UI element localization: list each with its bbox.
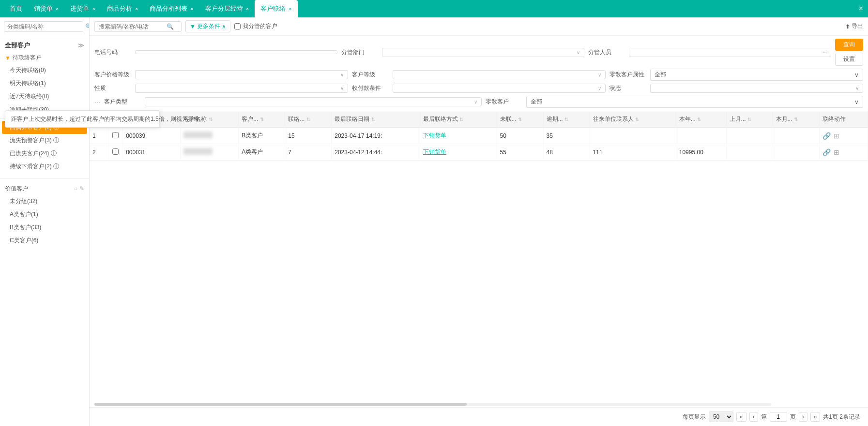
row2-link-icon[interactable]: 🔗 — [822, 148, 831, 156]
nav-close-purchase[interactable]: × — [92, 0, 95, 17]
settings-button[interactable]: 设置 — [835, 53, 863, 66]
lost-info-icon[interactable]: ⓘ — [51, 150, 57, 157]
sort-name-icon[interactable]: ⇅ — [209, 117, 213, 122]
scroll-thumb[interactable] — [94, 403, 467, 406]
status-select[interactable]: ∨ — [650, 84, 863, 93]
row1-grid-icon[interactable]: ⊞ — [834, 132, 839, 140]
per-page-select[interactable]: 50 100 200 — [709, 411, 733, 422]
more-conditions-btn[interactable]: ▼ 更多条件 ∧ — [185, 20, 230, 32]
first-page-btn[interactable]: « — [736, 412, 746, 422]
gender-select[interactable]: ∨ — [135, 84, 348, 93]
sidebar-search-area: 🔍 — [0, 17, 89, 36]
sort-person-icon[interactable]: ⇅ — [635, 117, 639, 122]
horizontal-scrollbar[interactable] — [90, 401, 868, 407]
sort-type-icon[interactable]: ⇅ — [260, 117, 264, 122]
sort-contact-icon[interactable]: ⇅ — [306, 117, 310, 122]
nav-close-sales[interactable]: × — [56, 0, 59, 17]
prev-page-btn[interactable]: ‹ — [749, 412, 758, 422]
sort-overdue-icon[interactable]: ⇅ — [564, 117, 568, 122]
declining-info-icon[interactable]: ⓘ — [53, 163, 59, 170]
sidebar-item-ungroup[interactable]: 未分组(32) — [0, 195, 89, 208]
filter-search-input[interactable] — [99, 23, 167, 30]
sort-last-month-icon[interactable]: ⇅ — [747, 117, 751, 122]
row1-checkbox[interactable] — [112, 132, 119, 138]
customer-type-arrow: ∨ — [474, 99, 477, 104]
customer-level-select[interactable]: ∨ — [393, 70, 606, 79]
sidebar-item-class-c[interactable]: C类客户(6) — [0, 234, 89, 247]
sidebar-item-lost-pre[interactable]: 流失预警客户(3) ⓘ — [0, 134, 89, 147]
refresh-icon[interactable]: ○ — [74, 185, 77, 192]
branch-person-select[interactable]: ··· — [629, 48, 831, 57]
filter-search-icon[interactable]: 🔍 — [167, 23, 174, 30]
more-dots[interactable]: ··· — [94, 98, 100, 106]
th-contact-count[interactable]: 联络... ⇅ — [285, 111, 332, 128]
sort-year-icon[interactable]: ⇅ — [697, 117, 701, 122]
sort-date-icon[interactable]: ⇅ — [371, 117, 375, 122]
sidebar-item-class-a[interactable]: A类客户(1) — [0, 208, 89, 221]
nav-item-purchase[interactable]: 进货单 × — [64, 0, 101, 17]
sidebar-item-lost[interactable]: 已流失客户(24) ⓘ — [0, 147, 89, 160]
sidebar-search-icon[interactable]: 🔍 — [85, 23, 90, 30]
sort-this-month-icon[interactable]: ⇅ — [794, 117, 798, 122]
edit-icon[interactable]: ✎ — [79, 185, 84, 192]
export-button[interactable]: ⬆ 导出 — [845, 22, 863, 30]
sidebar-pending-group[interactable]: ▼ 待联络客户 — [0, 52, 89, 64]
row2-checkbox[interactable] — [112, 148, 119, 155]
th-last-date[interactable]: 最后联络日期 ⇅ — [332, 111, 420, 128]
sidebar-item-today[interactable]: 今天待联络(0) — [0, 64, 89, 77]
nav-item-customer-ops[interactable]: 客户分层经营 × — [199, 0, 255, 17]
sort-uncontacted-icon[interactable]: ⇅ — [518, 117, 522, 122]
sidebar-item-declining[interactable]: 持续下滑客户(2) ⓘ — [0, 160, 89, 173]
sort-way-icon[interactable]: ⇅ — [459, 117, 463, 122]
th-this-year[interactable]: 本年... ⇅ — [676, 111, 726, 128]
sidebar-value-header[interactable]: 价值客户 ○ ✎ — [0, 183, 89, 195]
scroll-track[interactable] — [94, 403, 771, 406]
sidebar-item-class-b[interactable]: B类客户(33) — [0, 221, 89, 234]
window-close-button[interactable]: × — [859, 4, 863, 13]
nav-item-product-analysis[interactable]: 商品分析 × — [101, 0, 144, 17]
sidebar-search-input[interactable] — [4, 21, 83, 32]
all-customers-label: 全部客户 — [5, 41, 30, 50]
query-button[interactable]: 查询 — [835, 39, 863, 51]
sidebar-item-tomorrow[interactable]: 明天待联络(1) — [0, 77, 89, 90]
row1-last-way-link[interactable]: 下销货单 — [423, 132, 446, 139]
row1-last-way[interactable]: 下销货单 — [420, 128, 497, 144]
sidebar-all-customers[interactable]: 全部客户 ≫ — [0, 39, 89, 52]
sidebar-item-7days[interactable]: 近7天待联络(0) — [0, 90, 89, 103]
th-overdue[interactable]: 逾期... ⇅ — [543, 111, 590, 128]
collapse-icon[interactable]: ≫ — [78, 42, 84, 49]
nav-label-sales: 销货单 — [34, 0, 53, 17]
price-level-select[interactable]: ∨ — [135, 70, 348, 79]
retail-attr-select[interactable]: 全部 ∨ — [650, 69, 863, 81]
row2-last-way-link[interactable]: 下销货单 — [423, 148, 446, 155]
phone-input[interactable] — [135, 50, 337, 54]
branch-dept-select[interactable]: ∨ — [382, 48, 584, 57]
row1-link-icon[interactable]: 🔗 — [822, 132, 831, 140]
th-this-month[interactable]: 本月... ⇅ — [773, 111, 819, 128]
retail-customer-select[interactable]: 全部 ∨ — [526, 96, 863, 108]
nav-item-customer-contact[interactable]: 客户联络 × — [255, 0, 297, 17]
th-customer-type[interactable]: 客户... ⇅ — [239, 111, 285, 128]
my-customers-checkbox[interactable] — [234, 23, 241, 29]
my-customers-label: 我分管的客户 — [243, 22, 277, 30]
row1-contact-person — [590, 128, 676, 144]
next-page-btn[interactable]: › — [799, 412, 807, 422]
nav-close-product-analysis[interactable]: × — [135, 0, 138, 17]
nav-item-home[interactable]: 首页 — [4, 0, 28, 17]
page-number-input[interactable] — [770, 412, 787, 422]
last-page-btn[interactable]: » — [810, 412, 821, 422]
lost-pre-info-icon[interactable]: ⓘ — [53, 137, 59, 144]
th-contact-person[interactable]: 往来单位联系人 ⇅ — [590, 111, 676, 128]
nav-item-product-list[interactable]: 商品分析列表 × — [144, 0, 199, 17]
th-last-month[interactable]: 上月... ⇅ — [726, 111, 773, 128]
row2-last-way[interactable]: 下销货单 — [420, 144, 497, 161]
customer-type-select[interactable]: ∨ — [145, 97, 482, 106]
th-last-way[interactable]: 最后联络方式 ⇅ — [420, 111, 497, 128]
row2-grid-icon[interactable]: ⊞ — [834, 148, 839, 156]
nav-close-customer-contact[interactable]: × — [289, 0, 291, 17]
nav-close-customer-ops[interactable]: × — [246, 0, 249, 17]
nav-close-product-list[interactable]: × — [190, 0, 193, 17]
th-uncontacted[interactable]: 未联... ⇅ — [497, 111, 543, 128]
nav-item-sales[interactable]: 销货单 × — [28, 0, 64, 17]
payment-select[interactable]: ∨ — [393, 84, 606, 93]
